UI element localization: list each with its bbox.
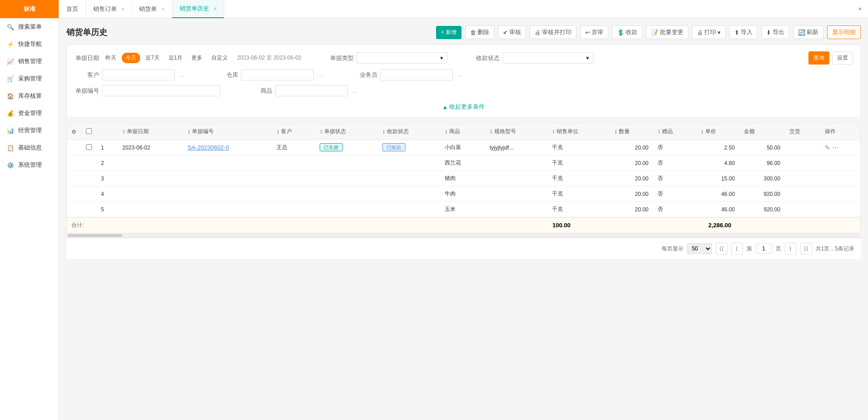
review-button[interactable]: ✔ 审核	[498, 25, 526, 39]
cell-check[interactable]	[81, 140, 96, 155]
goods-input[interactable]	[275, 85, 348, 96]
th-doc-no[interactable]: ↕ 单据编号	[183, 124, 272, 140]
cell-doc-status: 已生效	[315, 140, 377, 155]
customer-dots-btn[interactable]: ...	[177, 71, 186, 78]
th-date[interactable]: ↕ 单据日期	[118, 124, 183, 140]
row-checkbox[interactable]	[86, 144, 92, 150]
date-btn-yesterday[interactable]: 昨天	[102, 53, 120, 63]
next-page-btn[interactable]: ⟩	[785, 243, 797, 255]
scrollbar-thumb[interactable]	[68, 234, 122, 237]
cell-doc-no[interactable]	[183, 171, 272, 186]
doc-type-select[interactable]: ▾	[356, 52, 447, 64]
collect-button[interactable]: 💲 收款	[612, 25, 642, 39]
collect-icon: 💲	[617, 29, 624, 36]
cell-check[interactable]	[81, 171, 96, 186]
th-checkbox[interactable]	[81, 124, 96, 140]
cell-row-num: 4	[96, 186, 118, 202]
cell-doc-no[interactable]	[183, 186, 272, 202]
sidebar-item-purchase[interactable]: 🛒 采购管理	[0, 70, 59, 87]
sidebar-item-basic[interactable]: 📋 基础信息	[0, 139, 59, 156]
sidebar-item-operation[interactable]: 📊 经营管理	[0, 122, 59, 139]
select-all-checkbox[interactable]	[86, 128, 92, 134]
customer-input[interactable]	[102, 69, 175, 80]
sidebar-item-inventory-label: 库存核算	[18, 92, 42, 100]
tab-sales-delivery[interactable]: 销货单 ×	[132, 0, 172, 18]
th-unit[interactable]: ↕ 销售单位	[547, 124, 610, 140]
export-button[interactable]: ⬇ 导出	[761, 25, 789, 39]
th-settings[interactable]: ⚙	[67, 124, 81, 140]
cell-check[interactable]	[81, 186, 96, 202]
cell-date	[118, 171, 183, 186]
th-spec[interactable]: ↕ 规格型号	[485, 124, 547, 140]
tab-sales-history-close[interactable]: ×	[214, 6, 216, 11]
th-qty[interactable]: ↕ 数量	[610, 124, 653, 140]
warehouse-input[interactable]	[241, 69, 314, 80]
filter-row-2: 客户 ... 仓库 ... 业务员 ...	[74, 69, 853, 80]
salesman-dots-btn[interactable]: ...	[456, 71, 464, 78]
cell-doc-no[interactable]: SA-20230602-0	[183, 140, 272, 155]
salesman-input[interactable]	[380, 69, 453, 80]
cell-date	[118, 155, 183, 171]
batch-change-button[interactable]: 📝 批量变更	[646, 25, 688, 39]
review-print-button[interactable]: 🖨 审核并打印	[530, 25, 577, 39]
warehouse-dots-btn[interactable]: ...	[316, 71, 325, 78]
collect-status-select[interactable]: ▾	[502, 52, 593, 64]
delete-icon: 🗑	[470, 29, 476, 36]
th-goods[interactable]: ↕ 商品	[440, 124, 485, 140]
sidebar-item-finance-label: 资金管理	[18, 109, 42, 117]
cell-check[interactable]	[81, 155, 96, 171]
filter-warehouse: 仓库 ...	[213, 69, 325, 80]
settings-button[interactable]: 设置	[832, 51, 853, 65]
sidebar-item-search[interactable]: 🔍 搜索菜单	[0, 18, 59, 35]
tab-sales-history-label: 销货单历史	[180, 5, 209, 13]
prev-page-btn[interactable]: ⟨	[731, 243, 743, 255]
window-close-btn[interactable]: ×	[852, 5, 868, 12]
sidebar-item-system[interactable]: ⚙️ 系统管理	[0, 156, 59, 174]
th-gift[interactable]: ↕ 赠品	[653, 124, 696, 140]
refresh-button[interactable]: 🔄 刷新	[793, 25, 823, 39]
print-button[interactable]: 🖨 打印 ▾	[692, 25, 726, 39]
cell-check[interactable]	[81, 202, 96, 217]
date-btn-7days[interactable]: 近7天	[142, 53, 163, 63]
collapse-button[interactable]: ▲ 收起更多条件	[74, 103, 853, 111]
th-price[interactable]: ↕ 单价	[696, 124, 739, 140]
cell-trade	[785, 202, 820, 217]
th-customer[interactable]: ↕ 客户	[272, 124, 315, 140]
abandon-button[interactable]: ↩ 弃审	[580, 25, 608, 39]
more-icon[interactable]: ⋯	[832, 144, 838, 151]
doc-no-input[interactable]	[102, 85, 220, 96]
date-btn-1month[interactable]: 近1月	[165, 53, 186, 63]
query-button[interactable]: 查询	[808, 51, 829, 65]
date-btn-more[interactable]: 更多	[188, 53, 206, 63]
cell-unit: 千克	[547, 202, 610, 217]
first-page-btn[interactable]: ⟨⟨	[716, 243, 728, 255]
show-detail-button[interactable]: 显示明细	[827, 25, 861, 39]
tab-sales-delivery-label: 销货单	[139, 5, 157, 13]
new-button[interactable]: + 新增	[436, 26, 462, 39]
edit-icon[interactable]: ✎	[825, 144, 830, 151]
tab-sales-history[interactable]: 销货单历史 ×	[172, 0, 224, 18]
sidebar-item-finance[interactable]: 💰 资金管理	[0, 105, 59, 122]
page-number-input[interactable]	[756, 244, 772, 254]
delete-button[interactable]: 🗑 删除	[465, 25, 494, 39]
horizontal-scrollbar[interactable]	[67, 233, 860, 237]
page-size-select[interactable]: 50 100 200	[687, 243, 712, 254]
tab-sales-delivery-close[interactable]: ×	[161, 6, 164, 12]
date-btn-today[interactable]: 今天	[122, 53, 140, 63]
cell-doc-no[interactable]	[183, 155, 272, 171]
import-button[interactable]: ⬆ 导入	[729, 25, 758, 39]
sidebar-item-inventory[interactable]: 🏠 库存核算	[0, 87, 59, 105]
cell-doc-no[interactable]	[183, 202, 272, 217]
sidebar-item-sales[interactable]: 📈 销售管理	[0, 53, 59, 70]
tab-sales-order[interactable]: 销售订单 ×	[86, 0, 132, 18]
th-collect-status[interactable]: ↕ 收款状态	[378, 124, 440, 140]
date-btn-custom[interactable]: 自定义	[208, 53, 231, 63]
tab-sales-order-close[interactable]: ×	[121, 6, 124, 12]
goods-dots-btn[interactable]: ...	[351, 87, 359, 94]
cell-row-num: 3	[96, 171, 118, 186]
sidebar-item-quicknav[interactable]: ⚡ 快捷导航	[0, 35, 59, 53]
last-page-btn[interactable]: ⟩⟩	[800, 243, 812, 255]
doc-no-link[interactable]: SA-20230602-0	[188, 144, 229, 151]
tab-home[interactable]: 首页	[59, 0, 86, 18]
th-doc-status[interactable]: ↕ 单据状态	[315, 124, 377, 140]
